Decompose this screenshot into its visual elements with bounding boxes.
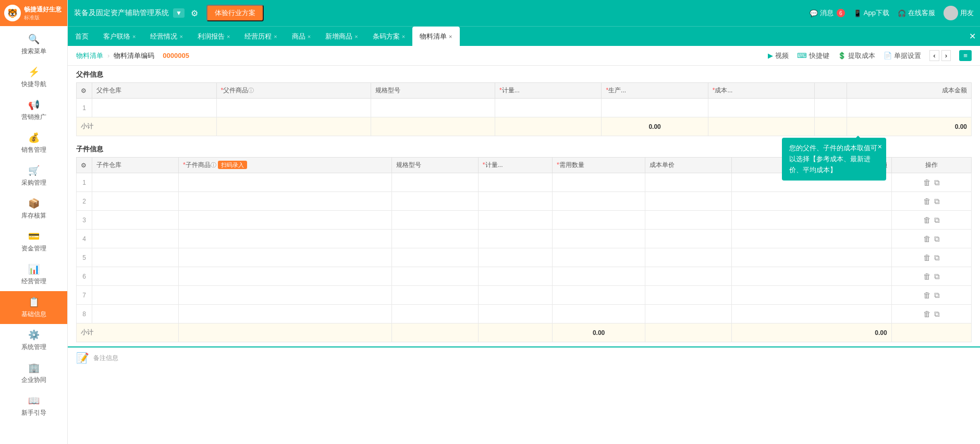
child-cell-unit-6[interactable]: [478, 267, 552, 286]
tab-close-history[interactable]: ×: [274, 33, 277, 40]
expand-view-button[interactable]: ≡: [959, 50, 972, 61]
next-button[interactable]: ›: [941, 50, 951, 61]
child-cell-product-8[interactable]: [179, 305, 392, 323]
child-cell-spec-7[interactable]: [391, 286, 478, 305]
parent-cell-unit-1[interactable]: [495, 99, 602, 117]
child-cell-unit-8[interactable]: [478, 305, 552, 323]
breadcrumb-parent[interactable]: 物料清单: [76, 51, 103, 61]
child-cell-warehouse-3[interactable]: [92, 211, 179, 230]
user-menu[interactable]: 用友: [944, 6, 974, 20]
delete-icon-6[interactable]: 🗑: [923, 272, 931, 281]
sidebar-item-finance[interactable]: 💳资金管理: [0, 225, 67, 258]
expand-button[interactable]: ▼: [173, 8, 185, 18]
child-cell-unit-3[interactable]: [478, 211, 552, 230]
copy-icon-7[interactable]: ⧉: [934, 291, 940, 300]
tab-profit[interactable]: 利润报告 ×: [190, 27, 237, 46]
tab-newgoods[interactable]: 新增商品 ×: [318, 27, 365, 46]
delete-icon-2[interactable]: 🗑: [923, 197, 931, 206]
child-cell-unit-cost-3[interactable]: [645, 211, 732, 230]
child-cell-unit-5[interactable]: [478, 248, 552, 267]
parent-cell-spec-1[interactable]: [371, 99, 495, 117]
trial-button[interactable]: 体验行业方案: [206, 5, 264, 21]
sidebar-item-basic[interactable]: 📋基础信息: [0, 291, 67, 324]
child-cell-product-5[interactable]: [179, 248, 392, 267]
tab-close-customers[interactable]: ×: [132, 33, 136, 40]
child-cell-qty-6[interactable]: [553, 267, 645, 286]
service-action[interactable]: 🎧 在线客服: [898, 8, 935, 18]
tab-close-goods[interactable]: ×: [308, 33, 311, 40]
child-cell-warehouse-5[interactable]: [92, 248, 179, 267]
child-cell-spec-2[interactable]: [391, 192, 478, 211]
child-cell-warehouse-8[interactable]: [92, 305, 179, 323]
parent-cell-produce-1[interactable]: [602, 99, 708, 117]
tab-close-bom[interactable]: ×: [449, 33, 452, 40]
child-cell-warehouse-2[interactable]: [92, 192, 179, 211]
message-action[interactable]: 💬 消息 6: [810, 8, 845, 18]
app-download-action[interactable]: 📱 App下载: [853, 8, 889, 18]
child-cell-spec-3[interactable]: [391, 211, 478, 230]
tab-history[interactable]: 经营历程 ×: [237, 27, 284, 46]
close-all-icon[interactable]: ✕: [969, 31, 976, 41]
child-cell-qty-7[interactable]: [553, 286, 645, 305]
sidebar-item-inventory[interactable]: 📦库存核算: [0, 193, 67, 225]
sidebar-item-quicknav[interactable]: ⚡快捷导航: [0, 61, 67, 94]
delete-icon-7[interactable]: 🗑: [923, 291, 931, 300]
scan-badge[interactable]: 扫码录入: [218, 161, 247, 169]
parent-cell-remark-1[interactable]: [815, 99, 847, 117]
parent-cell-cost-1[interactable]: [708, 99, 814, 117]
sidebar-item-operations[interactable]: 📊经营管理: [0, 258, 67, 291]
settings-button[interactable]: 📄 单据设置: [884, 51, 921, 61]
parent-cell-warehouse-1[interactable]: [92, 99, 217, 117]
cost-button[interactable]: 💲 提取成本: [838, 51, 875, 61]
parent-col-settings[interactable]: ⚙: [77, 83, 92, 99]
child-cell-spec-8[interactable]: [391, 305, 478, 323]
tab-operations[interactable]: 经营情况 ×: [143, 27, 190, 46]
copy-icon-1[interactable]: ⧉: [934, 178, 940, 187]
sidebar-item-purchase[interactable]: 🛒采购管理: [0, 160, 67, 193]
copy-icon-8[interactable]: ⧉: [934, 309, 940, 319]
tab-close-operations[interactable]: ×: [179, 33, 182, 40]
child-cell-spec-4[interactable]: [391, 230, 478, 248]
child-cell-qty-1[interactable]: [553, 173, 645, 192]
child-cell-product-1[interactable]: [179, 173, 392, 192]
tab-close-barcode[interactable]: ×: [402, 33, 405, 40]
child-cell-warehouse-6[interactable]: [92, 267, 179, 286]
prev-button[interactable]: ‹: [929, 50, 939, 61]
copy-icon-2[interactable]: ⧉: [934, 197, 940, 206]
tab-close-newgoods[interactable]: ×: [354, 33, 358, 40]
shortcut-button[interactable]: ⌨ 快捷键: [797, 51, 829, 61]
delete-icon-4[interactable]: 🗑: [923, 234, 931, 244]
child-cell-unit-cost-4[interactable]: [645, 230, 732, 248]
child-col-settings[interactable]: ⚙: [77, 158, 92, 173]
child-cell-product-3[interactable]: [179, 211, 392, 230]
copy-icon-4[interactable]: ⧉: [934, 234, 940, 244]
tab-barcode[interactable]: 条码方案 ×: [365, 27, 412, 46]
child-cell-qty-5[interactable]: [553, 248, 645, 267]
child-cell-unit-2[interactable]: [478, 192, 552, 211]
copy-icon-5[interactable]: ⧉: [934, 253, 940, 262]
gear-icon[interactable]: ⚙: [191, 8, 198, 18]
view-button[interactable]: ▶ 视频: [768, 51, 789, 61]
child-cell-unit-1[interactable]: [478, 173, 552, 192]
child-cell-unit-cost-8[interactable]: [645, 305, 732, 323]
tab-goods[interactable]: 商品 ×: [285, 27, 318, 46]
delete-icon-5[interactable]: 🗑: [923, 253, 931, 262]
child-cell-qty-3[interactable]: [553, 211, 645, 230]
sidebar-item-system[interactable]: ⚙️系统管理: [0, 324, 67, 357]
child-cell-qty-2[interactable]: [553, 192, 645, 211]
copy-icon-3[interactable]: ⧉: [934, 215, 940, 225]
child-cell-product-6[interactable]: [179, 267, 392, 286]
child-cell-unit-cost-2[interactable]: [645, 192, 732, 211]
child-cell-product-4[interactable]: [179, 230, 392, 248]
child-cell-warehouse-4[interactable]: [92, 230, 179, 248]
child-cell-unit-cost-1[interactable]: [645, 173, 732, 192]
child-cell-spec-6[interactable]: [391, 267, 478, 286]
child-cell-qty-8[interactable]: [553, 305, 645, 323]
child-cell-spec-1[interactable]: [391, 173, 478, 192]
child-cell-unit-cost-6[interactable]: [645, 267, 732, 286]
tooltip-close-button[interactable]: ×: [878, 141, 882, 152]
parent-cell-product-1[interactable]: [216, 99, 371, 117]
delete-icon-1[interactable]: 🗑: [923, 178, 931, 187]
child-cell-warehouse-7[interactable]: [92, 286, 179, 305]
sidebar-item-guide[interactable]: 📖新手引导: [0, 390, 67, 423]
